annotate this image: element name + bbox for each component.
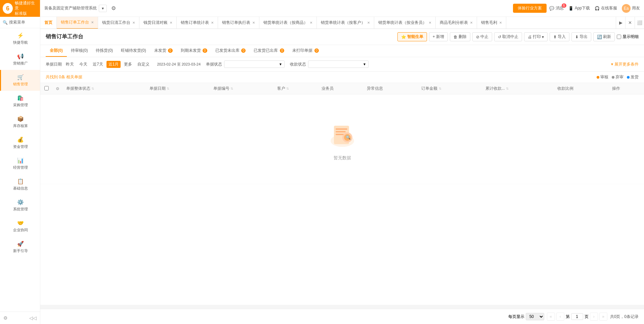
tab-close-sales-stat-product[interactable]: ✕ (310, 21, 312, 25)
tab-sales-stat-customer[interactable]: 销货单统计表（按客户） ✕ (317, 17, 374, 29)
date-yesterday[interactable]: 昨天 (64, 61, 76, 68)
status-select[interactable]: ▾ (224, 60, 285, 68)
tab-sales-profit[interactable]: 销售毛利 ✕ (477, 17, 506, 29)
sub-tab-not-shipped[interactable]: 未发货 0 (150, 45, 177, 57)
tab-close-sales-stat-customer[interactable]: ✕ (367, 21, 370, 25)
th-number[interactable]: 单据编号 ⇅ (210, 83, 274, 94)
tab-sales-stat-staff[interactable]: 销货单统计表（按业务员） ✕ (374, 17, 436, 29)
tab-sales-order[interactable]: 销售订单工作台 ✕ (57, 17, 98, 29)
show-detail-checkbox[interactable]: 显示明细 (617, 34, 639, 40)
review-button[interactable]: 审核 (597, 74, 608, 80)
system-dropdown[interactable]: ▾ (99, 5, 107, 12)
prev-page-button[interactable]: ‹ (556, 313, 564, 321)
date-today[interactable]: 今天 (77, 61, 89, 68)
tab-sales-stats[interactable]: 销售订单统计表 ✕ (177, 17, 218, 29)
tab-close-cash-daily[interactable]: ✕ (132, 21, 135, 25)
svg-text:🔍: 🔍 (346, 135, 351, 140)
date-7days[interactable]: 近7天 (91, 61, 105, 68)
date-more[interactable]: 更多 (122, 61, 134, 68)
date-filter: 单据日期 昨天 今天 近7天 近1月 更多 自定义 (46, 61, 152, 68)
tab-close-sales-profit[interactable]: ✕ (499, 21, 502, 25)
message-button[interactable]: 💬 消息 6 (549, 5, 564, 11)
tab-close-cash-reconcile[interactable]: ✕ (170, 21, 172, 25)
sidebar-settings-icon[interactable]: ⚙ (3, 315, 8, 321)
ship-button[interactable]: 发货 (627, 74, 639, 80)
settings-gear-icon[interactable]: ⚙ (109, 4, 118, 13)
th-amount[interactable]: 订单金额 ⇅ (418, 83, 482, 94)
sub-tab-wangpu[interactable]: 旺铺待发货(0) (117, 45, 150, 57)
delete-button[interactable]: 🗑 删除 (450, 32, 470, 41)
add-button[interactable]: + 新增 (429, 32, 448, 41)
sidebar-search[interactable]: 🔍 搜索菜单 (0, 17, 40, 28)
message-icon: 💬 (549, 6, 554, 11)
tab-close-sales-order[interactable]: ✕ (91, 21, 94, 24)
smart-create-button[interactable]: ⭐ 智能生单 (397, 32, 427, 41)
stop-button[interactable]: ⊘ 中止 (472, 32, 492, 41)
sidebar-item-enterprise[interactable]: 🤝 企业协同 (0, 216, 40, 237)
payment-select[interactable]: ▾ (308, 60, 369, 68)
sub-tab-overdue-ship[interactable]: 到期未发货 0 (177, 45, 211, 57)
sub-tab-pending-inspect[interactable]: 待拣货(0) (92, 45, 117, 57)
sub-tab-all[interactable]: 全部(0) (46, 45, 67, 57)
unreviewed-button[interactable]: 弃审 (612, 74, 624, 80)
sub-tab-pending-review[interactable]: 待审核(0) (67, 45, 92, 57)
refresh-button[interactable]: 🔄 刷新 (593, 32, 615, 41)
date-range-display: 2023-02-24 至 2023-03-24 (157, 62, 201, 67)
th-settings[interactable]: ⚙ (52, 83, 63, 94)
tab-close-product-margin[interactable]: ✕ (470, 21, 473, 25)
tab-sales-exec[interactable]: 销售订单执行表 ✕ (218, 17, 259, 29)
tab-close-sales-stat-staff[interactable]: ✕ (429, 21, 431, 25)
page-input[interactable] (571, 313, 583, 320)
th-cumulative[interactable]: 累计收款... ⇅ (482, 83, 554, 94)
tab-product-margin[interactable]: 商品毛利分析表 ✕ (436, 17, 477, 29)
sidebar-item-guide[interactable]: 🚀 新手引导 (0, 237, 40, 257)
tabs-expand[interactable]: ⬜ (635, 17, 644, 29)
tabs-close-all[interactable]: ✕ (625, 17, 635, 29)
app-download-button[interactable]: 📱 App下载 (568, 5, 590, 11)
date-options: 昨天 今天 近7天 近1月 更多 自定义 (64, 61, 152, 68)
sub-tab-not-printed[interactable]: 未打印单据 0 (288, 45, 323, 57)
th-status[interactable]: 单据整体状态 ⇅ (63, 83, 146, 94)
date-1month[interactable]: 近1月 (106, 61, 121, 68)
per-page-select[interactable]: 50 100 200 (526, 313, 544, 320)
sidebar-item-sales[interactable]: 🛒 销售管理 (0, 70, 40, 91)
next-page-button[interactable]: › (590, 313, 598, 321)
tab-close-sales-exec[interactable]: ✕ (252, 21, 255, 25)
tabs-scroll-right[interactable]: ▶ (616, 17, 625, 29)
last-page-button[interactable]: » (599, 313, 607, 321)
horizontal-scrollbar[interactable] (40, 305, 644, 309)
export-button[interactable]: ⬇ 导出 (571, 32, 591, 41)
cancel-stop-button[interactable]: ↺ 取消中止 (494, 32, 522, 41)
th-customer[interactable]: 客户 ⇅ (274, 83, 318, 94)
show-detail-input[interactable] (617, 35, 621, 39)
expand-filter-button[interactable]: ▾ 展开更多条件 (611, 62, 639, 67)
sub-tab-shipped-not-out[interactable]: 已发货未出库 0 (211, 45, 250, 57)
date-custom[interactable]: 自定义 (135, 61, 152, 68)
sidebar-item-operations[interactable]: 📊 经营管理 (0, 153, 40, 174)
tab-home[interactable]: 首页 (40, 17, 57, 29)
sidebar-item-marketing[interactable]: 📢 营销推广 (0, 49, 40, 70)
tab-sales-stat-product[interactable]: 销货单统计表（按商品） ✕ (259, 17, 317, 29)
sidebar-item-purchase[interactable]: 🛍️ 采购管理 (0, 91, 40, 112)
sidebar-item-finance[interactable]: 💰 资金管理 (0, 132, 40, 153)
sort-icon-status: ⇅ (91, 87, 94, 90)
sub-tab-shipped-out[interactable]: 已发货已出库 0 (250, 45, 288, 57)
sidebar-item-quick-nav[interactable]: ⚡ 快捷导航 (0, 28, 40, 49)
online-service-button[interactable]: 🎧 在线客服 (595, 5, 617, 11)
import-button[interactable]: ⬆ 导入 (550, 32, 569, 41)
print-button[interactable]: 🖨 打印 ▾ (524, 32, 548, 41)
sidebar-collapse-icon[interactable]: ◁◁ (29, 315, 37, 321)
th-date[interactable]: 单据日期 ⇅ (146, 83, 210, 94)
first-page-button[interactable]: « (547, 313, 555, 321)
sidebar-item-basics[interactable]: 📋 基础信息 (0, 174, 40, 195)
user-menu[interactable]: Ea 用友 (622, 4, 640, 13)
sidebar-item-system[interactable]: ⚙️ 系统管理 (0, 195, 40, 216)
industry-button[interactable]: 体验行业方案 (513, 4, 547, 13)
select-all-checkbox[interactable] (44, 86, 49, 90)
sort-icon-customer: ⇅ (286, 87, 289, 90)
sidebar: 6 畅捷通好生意 标准版 🔍 搜索菜单 ⚡ 快捷导航 📢 营销推广 🛒 销售管理… (0, 0, 40, 324)
tab-cash-daily[interactable]: 钱货日清工作台 ✕ (98, 17, 139, 29)
tab-cash-reconcile[interactable]: 钱货日清对账 ✕ (139, 17, 177, 29)
tab-close-sales-stats[interactable]: ✕ (211, 21, 214, 25)
sidebar-item-inventory[interactable]: 📦 库存核算 (0, 112, 40, 132)
